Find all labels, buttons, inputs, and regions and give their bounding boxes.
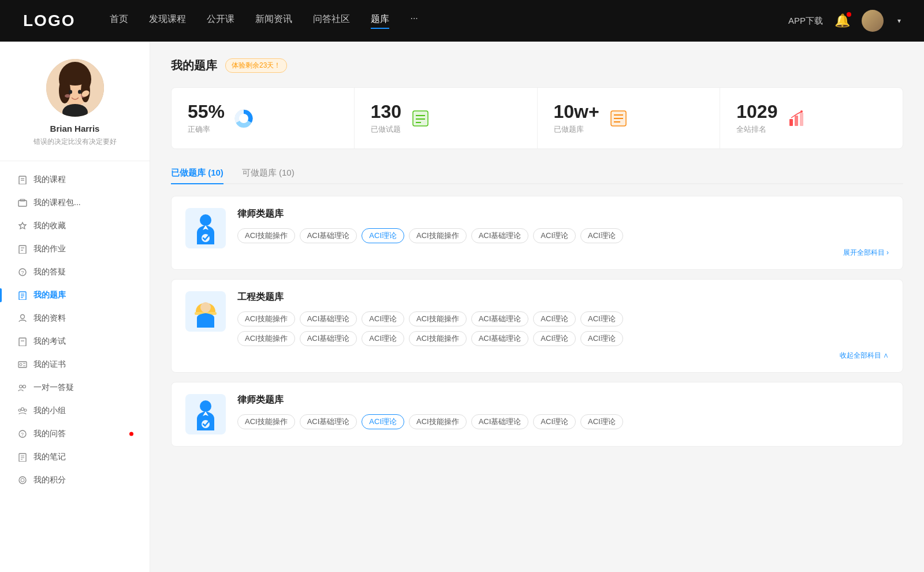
tag-aci-theory-1[interactable]: ACI理论 (362, 228, 404, 243)
stat-done-banks: 10w+ 已做题库 (538, 88, 721, 148)
nav-qbank[interactable]: 题库 (371, 13, 389, 29)
tag-eng-op-2[interactable]: ACI技能操作 (409, 311, 467, 326)
svg-point-68 (200, 400, 211, 412)
tag-eng-theory-6[interactable]: ACI理论 (580, 331, 623, 346)
svg-point-27 (21, 315, 25, 319)
notification-bell[interactable]: 🔔 (834, 13, 850, 28)
qbank-tags-lawyer-2: ACI技能操作 ACI基础理论 ACI理论 ACI技能操作 ACI基础理论 AC… (237, 414, 889, 429)
tag-aci-op-2[interactable]: ACI技能操作 (409, 228, 467, 243)
tag-aci-theory-3[interactable]: ACI理论 (580, 228, 623, 243)
svg-point-38 (24, 409, 27, 411)
menu-item-notes[interactable]: 我的笔记 (0, 445, 150, 469)
nav-qa[interactable]: 问答社区 (313, 13, 350, 29)
tag-aci-op-1[interactable]: ACI技能操作 (237, 228, 295, 243)
menu-item-course-package[interactable]: 我的课程包... (0, 191, 150, 214)
tag-law2-theory-1[interactable]: ACI理论 (362, 414, 404, 429)
svg-rect-18 (19, 246, 26, 254)
stat-done-banks-label: 已做题库 (554, 124, 599, 135)
svg-point-34 (20, 385, 23, 388)
tag-eng-basic-1[interactable]: ACI基础理论 (300, 311, 357, 326)
tab-available-banks[interactable]: 可做题库 (10) (242, 163, 295, 183)
lawyer-icon (191, 213, 220, 244)
tag-law2-theory-3[interactable]: ACI理论 (580, 414, 623, 429)
sidebar-menu: 我的课程 我的课程包... 我的收藏 我的作业 (0, 161, 150, 499)
tag-eng-theory-2[interactable]: ACI理论 (533, 311, 576, 326)
page-title: 我的题库 (171, 58, 217, 73)
stat-done-banks-number: 10w+ (554, 102, 599, 122)
tag-eng-basic-2[interactable]: ACI基础理论 (471, 311, 529, 326)
tag-eng-theory-5[interactable]: ACI理论 (533, 331, 576, 346)
tabs-row: 已做题库 (10) 可做题库 (10) (171, 163, 903, 184)
avatar-chevron-icon[interactable]: ▾ (897, 17, 901, 25)
app-download-link[interactable]: APP下载 (788, 16, 823, 27)
nav-home[interactable]: 首页 (110, 13, 128, 29)
menu-item-favorites[interactable]: 我的收藏 (0, 214, 150, 237)
tag-eng-op-3[interactable]: ACI技能操作 (237, 331, 295, 346)
svg-point-6 (69, 90, 72, 94)
tag-law2-basic-2[interactable]: ACI基础理论 (471, 414, 529, 429)
menu-item-group[interactable]: 我的小组 (0, 399, 150, 422)
profile-motto: 错误的决定比没有决定要好 (33, 137, 117, 147)
tag-aci-basic-2[interactable]: ACI基础理论 (471, 228, 529, 243)
stat-ranking-label: 全站排名 (736, 124, 777, 135)
collapse-engineer[interactable]: 收起全部科目 ∧ (237, 351, 889, 361)
tag-eng-op-4[interactable]: ACI技能操作 (409, 331, 467, 346)
favorites-icon (17, 221, 28, 231)
qbank-icon (17, 290, 28, 300)
tag-law2-basic-1[interactable]: ACI基础理论 (300, 414, 357, 429)
stat-accuracy-label: 正确率 (188, 124, 225, 135)
svg-point-48 (239, 114, 248, 123)
stat-accuracy: 55% 正确率 (172, 88, 355, 148)
tag-eng-basic-3[interactable]: ACI基础理论 (300, 331, 357, 346)
one-on-one-icon (17, 382, 28, 393)
menu-label-1on1: 一对一答疑 (33, 382, 74, 393)
main-content: 我的题库 体验剩余23天！ 55% 正确率 (150, 42, 924, 572)
page-header: 我的题库 体验剩余23天！ (171, 58, 903, 73)
tag-eng-op-1[interactable]: ACI技能操作 (237, 311, 295, 326)
notification-dot (847, 12, 851, 17)
menu-item-homework[interactable]: 我的作业 (0, 237, 150, 261)
nav-discover[interactable]: 发现课程 (149, 13, 186, 29)
svg-point-35 (23, 385, 26, 388)
avatar-illustration (46, 59, 104, 117)
course-package-icon (17, 198, 28, 208)
user-avatar[interactable] (862, 10, 884, 32)
stat-accuracy-text: 55% 正确率 (188, 102, 225, 135)
qbank-body-lawyer-1: 律师类题库 ACI技能操作 ACI基础理论 ACI理论 ACI技能操作 ACI基… (237, 208, 889, 258)
svg-point-45 (19, 477, 26, 484)
nav-more[interactable]: ··· (410, 13, 418, 29)
svg-point-8 (65, 94, 70, 98)
menu-item-points[interactable]: 我的积分 (0, 469, 150, 492)
menu-item-course[interactable]: 我的课程 (0, 168, 150, 191)
nav-news[interactable]: 新闻资讯 (255, 13, 292, 29)
tab-done-banks[interactable]: 已做题库 (10) (171, 163, 223, 183)
menu-item-qbank[interactable]: 我的题库 (0, 284, 150, 307)
qbank-tags-engineer-row1: ACI技能操作 ACI基础理论 ACI理论 ACI技能操作 ACI基础理论 AC… (237, 311, 889, 326)
svg-point-62 (800, 110, 803, 113)
menu-item-cert[interactable]: 我的证书 (0, 353, 150, 376)
sidebar: Brian Harris 错误的决定比没有决定要好 我的课程 我的课程包... (0, 42, 150, 572)
tag-law2-op-2[interactable]: ACI技能操作 (409, 414, 467, 429)
tag-eng-theory-4[interactable]: ACI理论 (362, 331, 404, 346)
tag-aci-basic-1[interactable]: ACI基础理论 (300, 228, 357, 243)
tag-eng-basic-4[interactable]: ACI基础理论 (471, 331, 529, 346)
profile-avatar (46, 59, 104, 117)
tag-law2-theory-2[interactable]: ACI理论 (533, 414, 576, 429)
points-icon (17, 475, 28, 485)
menu-item-questions[interactable]: ? 我的问答 (0, 422, 150, 445)
tag-law2-op-1[interactable]: ACI技能操作 (237, 414, 295, 429)
tag-eng-theory-1[interactable]: ACI理论 (362, 311, 404, 326)
qbank-body-lawyer-2: 律师类题库 ACI技能操作 ACI基础理论 ACI理论 ACI技能操作 ACI基… (237, 394, 889, 434)
svg-point-7 (78, 90, 81, 94)
menu-item-profile[interactable]: 我的资料 (0, 307, 150, 330)
menu-item-qa-mine[interactable]: ? 我的答疑 (0, 261, 150, 284)
menu-label-group: 我的小组 (33, 406, 66, 416)
nav-open-course[interactable]: 公开课 (207, 13, 234, 29)
svg-text:?: ? (21, 270, 24, 276)
menu-item-exam[interactable]: 我的考试 (0, 330, 150, 353)
menu-item-1on1[interactable]: 一对一答疑 (0, 376, 150, 399)
expand-lawyer-1[interactable]: 展开全部科目 › (237, 248, 889, 258)
tag-aci-theory-2[interactable]: ACI理论 (533, 228, 576, 243)
menu-label-qa-mine: 我的答疑 (33, 267, 66, 277)
tag-eng-theory-3[interactable]: ACI理论 (580, 311, 623, 326)
